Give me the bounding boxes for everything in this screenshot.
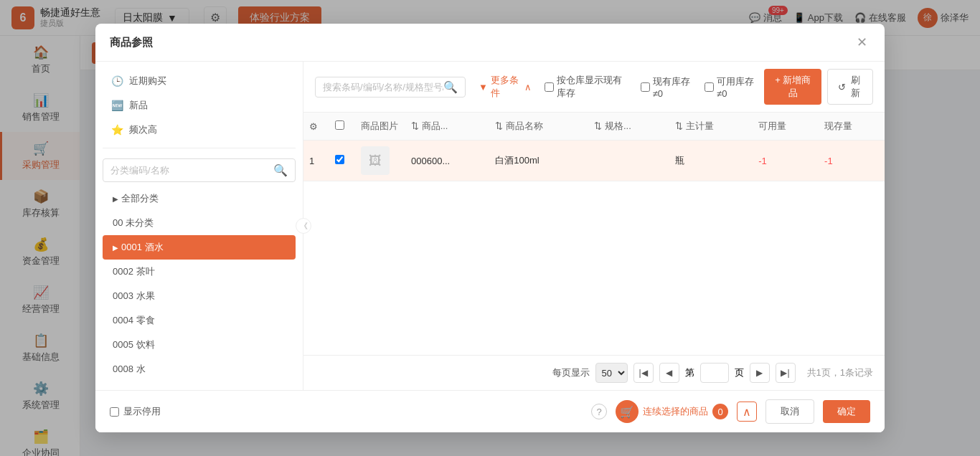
checkbox-stock-nonzero[interactable] [641,82,650,92]
show-disabled-label[interactable]: 显示停用 [110,405,161,418]
last-page-button[interactable]: ▶| [776,363,796,383]
row-checkbox-cell[interactable] [329,141,355,181]
check-stock-nonzero[interactable]: 现有库存≠0 [641,75,693,99]
row-stock: -1 [819,141,885,181]
category-search-input[interactable] [110,165,273,176]
col-unit: ⇅ 主计量 [669,113,753,141]
modal-body: 🕒 近期购买 🆕 新品 ⭐ 频次高 🔍 [95,62,885,390]
collapse-panel-button[interactable]: 《 [296,218,311,234]
check-usable-nonzero[interactable]: 可用库存≠0 [705,75,757,99]
check-by-warehouse-label: 按仓库显示现有库存 [557,74,629,100]
category-list: ▶ 全部分类 00 未分类 ▶ 0001 酒水 0002 茶叶 0003 水果 [95,186,303,383]
col-code[interactable]: ⇅ 商品... [405,113,489,141]
refresh-button[interactable]: ↺ 刷新 [827,69,873,105]
tab-frequent[interactable]: ⭐ 频次高 [103,118,296,142]
row-checkbox[interactable] [335,155,344,164]
modal-footer: 显示停用 ? 🛒 连续选择的商品 0 ∧ 取消 确定 [95,390,885,432]
more-filter-button[interactable]: ▼ 更多条件 ∧ [473,71,537,103]
left-panel: 🕒 近期购买 🆕 新品 ⭐ 频次高 🔍 [95,62,303,390]
sort-icon: ⇅ [411,120,419,131]
row-code: 000600... [405,141,489,181]
product-search-wrap: 🔍 [315,77,466,98]
col-name[interactable]: ⇅ 商品名称 [489,113,588,141]
modal-overlay: 商品参照 ✕ 🕒 近期购买 🆕 新品 ⭐ 频次高 [0,0,980,456]
row-available: -1 [753,141,819,181]
check-stock-nonzero-label: 现有库存≠0 [653,75,693,99]
product-search-icon[interactable]: 🔍 [443,80,458,94]
check-usable-nonzero-label: 可用库存≠0 [717,75,757,99]
row-spec [588,141,669,181]
cat-item-snack[interactable]: 0004 零食 [103,308,296,333]
sort-icon4: ⇅ [675,120,683,131]
cat-item-liquor[interactable]: ▶ 0001 酒水 [103,235,296,260]
check-by-warehouse[interactable]: 按仓库显示现有库存 [545,74,629,100]
show-disabled-checkbox[interactable] [110,407,119,417]
cat-item-water[interactable]: 0008 水 [103,357,296,381]
prev-page-button[interactable]: ◀ [659,363,679,383]
recent-icon: 🕒 [111,75,123,87]
col-spec-label: 规格... [605,120,631,131]
cat-item-fruit[interactable]: 0003 水果 [103,284,296,308]
cat-item-beverage[interactable]: 0005 饮料 [103,333,296,357]
filter-label: 更多条件 [491,74,522,100]
cat-item-all[interactable]: ▶ 全部分类 [103,186,296,211]
add-product-button[interactable]: + 新增商品 [764,69,821,105]
tab-new-product[interactable]: 🆕 新品 [103,93,296,118]
help-icon[interactable]: ? [591,404,607,419]
confirm-button[interactable]: 确定 [823,400,870,423]
left-divider [103,148,296,148]
next-page-button[interactable]: ▶ [750,363,770,383]
cat-item-tea[interactable]: 0002 茶叶 [103,260,296,284]
cart-label: 连续选择的商品 [643,405,708,418]
col-code-label: 商品... [422,120,448,131]
collapse-cart-button[interactable]: ∧ [737,402,757,422]
cat-item-appliance[interactable]: 0010 家电 [103,381,296,383]
col-unit-label: 主计量 [686,120,714,131]
row-name: 白酒100ml [489,141,588,181]
page-label: 第 [685,366,694,379]
left-tabs: 🕒 近期购买 🆕 新品 ⭐ 频次高 [95,69,303,142]
page-label2: 页 [735,366,744,379]
tab-recent-purchase[interactable]: 🕒 近期购买 [103,69,296,93]
refresh-label: 刷新 [849,74,862,100]
table-row[interactable]: 1 🖼 000600... 白酒100ml 瓶 -1 -1 [303,141,885,181]
cancel-button[interactable]: 取消 [765,399,814,424]
col-available: 可用量 [753,113,819,141]
show-disabled-text: 显示停用 [123,405,161,418]
category-search-row: 🔍 [103,158,296,182]
cat-item-unclassified[interactable]: 00 未分类 [103,211,296,235]
cart-count: 0 [712,404,728,419]
per-page-label: 每页显示 [552,366,590,379]
checkbox-by-warehouse[interactable] [545,82,554,92]
tab-recent-label: 近期购买 [129,75,166,87]
page-number-input[interactable]: 1 [700,363,729,383]
new-icon: 🆕 [111,100,123,111]
per-page-select[interactable]: 50 [595,363,628,383]
product-table: ⚙ 商品图片 ⇅ 商品... ⇅ [303,113,885,181]
col-checkbox[interactable] [329,113,355,141]
filter-icon: ▼ [479,82,488,92]
chevron-up-icon: ∧ [524,82,532,92]
refresh-icon: ↺ [838,82,846,92]
modal-close-button[interactable]: ✕ [853,34,870,51]
checkbox-usable-nonzero[interactable] [705,82,714,92]
freq-icon: ⭐ [111,124,123,136]
cart-area[interactable]: 🛒 连续选择的商品 0 [616,400,728,423]
tab-freq-label: 频次高 [129,123,157,136]
checkbox-group: 按仓库显示现有库存 现有库存≠0 可用库存≠0 [545,74,757,100]
col-available-label: 可用量 [758,120,786,131]
product-reference-modal: 商品参照 ✕ 🕒 近期购买 🆕 新品 ⭐ 频次高 [95,24,885,432]
col-spec[interactable]: ⇅ 规格... [588,113,669,141]
select-all-checkbox[interactable] [335,120,344,130]
category-search-icon[interactable]: 🔍 [273,163,288,177]
col-settings[interactable]: ⚙ [303,113,329,141]
col-name-label: 商品名称 [506,120,543,131]
product-search-input[interactable] [323,82,443,92]
table-header-row: ⚙ 商品图片 ⇅ 商品... ⇅ [303,113,885,141]
first-page-button[interactable]: |◀ [633,363,654,383]
tab-new-label: 新品 [129,99,148,112]
arrow-active-icon: ▶ [113,244,118,252]
row-no: 1 [303,141,329,181]
row-unit: 瓶 [669,141,753,181]
total-info: 共1页，1条记录 [807,366,873,379]
